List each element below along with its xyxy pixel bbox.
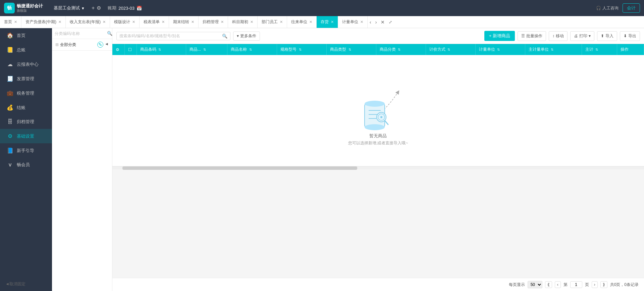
account-button[interactable]: 会计 [623, 3, 640, 13]
sidebar-item-settlement[interactable]: 💰 结账 [0, 100, 52, 115]
tab-contacts[interactable]: 往来单位 ✕ [287, 16, 317, 28]
page-input[interactable] [570, 281, 582, 288]
product-search-icon[interactable]: 🔍 [222, 34, 227, 39]
toolbar-right: + 新增商品 ☰ 批量操作 ↕ 移动 🖨 打印 ▾ [484, 31, 640, 41]
first-page-btn[interactable]: ⟪ [545, 281, 552, 288]
category-panel: 🔍 ⊞ 全部分类 ✎ ◄ [52, 28, 112, 291]
print-label: 打印 [579, 33, 587, 39]
import-icon: ⬆ [601, 34, 604, 38]
empty-state: 暂无商品 您可以选择新增,或者直接导入哦~ [112, 55, 644, 166]
tab-account-init[interactable]: 科目期初 ✕ [228, 16, 258, 28]
sidebar-item-home[interactable]: 🏠 首页 [0, 28, 52, 43]
category-search: 🔍 [52, 28, 112, 39]
sidebar-label-home: 首页 [17, 33, 25, 39]
tab-income-statement[interactable]: 收入支出表(年报) ✕ [66, 16, 110, 28]
sidebar-item-guide[interactable]: 📘 新手引导 [0, 143, 52, 158]
all-category-label: 全部分类 [60, 42, 76, 48]
tab-dept-staff[interactable]: 部门员工 ✕ [258, 16, 287, 28]
product-table: ⚙ ☐ 商品条码 ⇅ 商品... ⇅ 商品名称 ⇅ 规格型号 ⇅ 商品类型 ⇅ … [112, 44, 644, 166]
tab-close-home[interactable]: ✕ [14, 20, 17, 24]
company-selector[interactable]: 基层工会测试 ▾ [51, 4, 87, 12]
export-icon: ⬇ [624, 34, 627, 38]
edit-category-icon[interactable]: ✎ [97, 42, 103, 48]
tab-tax-list[interactable]: 税表清单 ✕ [140, 16, 169, 28]
add-product-button[interactable]: + 新增商品 [484, 31, 515, 41]
add-tab-icon[interactable]: + [92, 5, 95, 11]
logo-icon: 畅 [4, 3, 15, 13]
ledger-icon: 📒 [7, 47, 13, 53]
sidebar-item-archive[interactable]: 🗄 归档管理 [0, 115, 52, 129]
move-button[interactable]: ↕ 移动 [549, 31, 568, 41]
batch-label: 批量操作 [526, 33, 542, 39]
tab-close-all[interactable]: ✕ [379, 16, 387, 28]
export-label: 导出 [628, 33, 636, 39]
category-search-input[interactable] [55, 31, 105, 36]
grid-icon: ⊞ [55, 42, 59, 47]
guide-icon: 📘 [7, 147, 13, 154]
calendar-icon[interactable]: 📅 [137, 6, 142, 11]
prev-page-btn[interactable]: ‹ [555, 281, 561, 288]
print-icon: 🖨 [574, 34, 578, 38]
scroll-thumb[interactable] [122, 166, 357, 170]
export-button[interactable]: ⬇ 导出 [620, 31, 640, 41]
settings-icon[interactable]: ⚙ [97, 5, 101, 11]
import-button[interactable]: ⬆ 导入 [597, 31, 617, 41]
category-search-icon[interactable]: 🔍 [107, 31, 112, 36]
dropdown-icon: ▾ [82, 6, 84, 11]
category-list-header: ⊞ 全部分类 ✎ ◄ [52, 39, 112, 51]
col-checkbox[interactable]: ☐ [124, 44, 137, 55]
pagination: 每页显示 50 ⟪ ‹ 第 页 › ⟫ 共0页，0条记录 [112, 278, 644, 291]
more-filter-button[interactable]: ▾ 更多条件 [233, 32, 260, 41]
tab-nav-next[interactable]: › [373, 16, 379, 28]
unpin-label: ◄取消固定 [5, 281, 25, 287]
svg-line-11 [385, 120, 388, 125]
print-button[interactable]: 🖨 打印 ▾ [570, 31, 594, 41]
sidebar-item-basic-settings[interactable]: ⚙ 基础设置 [0, 129, 52, 143]
svg-point-5 [365, 124, 385, 130]
app-title: 畅捷通好会计 [17, 3, 43, 9]
batch-icon: ☰ [521, 34, 525, 38]
batch-operation-button[interactable]: ☰ 批量操作 [518, 31, 546, 41]
tab-nav-prev[interactable]: ‹ [368, 16, 373, 28]
col-code: 商品... ⇅ [186, 44, 227, 55]
member-icon: V [7, 162, 13, 167]
sidebar: 🏠 首页 📒 总账 ☁ 云报表中心 🧾 发票管理 💼 税务管理 💰 结账 🗄 归… [0, 28, 52, 291]
period-value: 2023-03 [118, 6, 135, 11]
help-button[interactable]: 🎧 人工咨询 [596, 5, 619, 11]
product-search-input[interactable] [119, 34, 221, 38]
tab-period-carry[interactable]: 期末结转 ✕ [169, 16, 199, 28]
last-page-btn[interactable]: ⟫ [600, 281, 607, 288]
col-name: 商品名称 ⇅ [227, 44, 277, 55]
main-layout: 🏠 首页 📒 总账 ☁ 云报表中心 🧾 发票管理 💼 税务管理 💰 结账 🗄 归… [0, 28, 644, 291]
table-header-row: ⚙ ☐ 商品条码 ⇅ 商品... ⇅ 商品名称 ⇅ 规格型号 ⇅ 商品类型 ⇅ … [112, 44, 644, 55]
tab-maximize[interactable]: ⤢ [387, 16, 394, 28]
logo-text: 畅捷通好会计 旗舰版 [17, 3, 43, 13]
tab-inventory[interactable]: 存货 ✕ [317, 16, 338, 28]
sidebar-item-cloud-report[interactable]: ☁ 云报表中心 [0, 57, 52, 71]
tab-template-design[interactable]: 模版设计 ✕ [110, 16, 140, 28]
next-page-btn[interactable]: › [592, 281, 598, 288]
sidebar-label-member: 畅会员 [17, 162, 30, 168]
filter-label: 更多条件 [240, 33, 256, 39]
sidebar-label-basic-settings: 基础设置 [17, 133, 34, 139]
col-settings[interactable]: ⚙ [112, 44, 124, 55]
account-period: 账期 2023-03 📅 [108, 5, 142, 11]
total-records-label: 共0页，0条记录 [610, 282, 639, 288]
col-barcode: 商品条码 ⇅ [137, 44, 186, 55]
sidebar-item-ledger[interactable]: 📒 总账 [0, 43, 52, 57]
empty-doc-icon [358, 97, 385, 126]
toolbar: 🔍 ▾ 更多条件 + 新增商品 ☰ 批量操作 ↕ [112, 28, 644, 44]
archive-icon: 🗄 [7, 119, 13, 125]
sidebar-item-tax[interactable]: 💼 税务管理 [0, 86, 52, 100]
tab-balance-sheet[interactable]: 资产负债表(中期) ✕ [21, 16, 66, 28]
collapse-category-icon[interactable]: ◄ [105, 42, 109, 48]
tab-archive-mgmt[interactable]: 归档管理 ✕ [199, 16, 228, 28]
sidebar-item-member[interactable]: V 畅会员 [0, 158, 52, 172]
horizontal-scrollbar[interactable] [112, 166, 644, 169]
home-icon: 🏠 [7, 32, 13, 39]
per-page-select[interactable]: 50 [528, 281, 542, 288]
sidebar-item-invoice[interactable]: 🧾 发票管理 [0, 71, 52, 86]
tab-home[interactable]: 首页 ✕ [0, 16, 21, 28]
unpin-button[interactable]: ◄取消固定 [0, 277, 52, 291]
tab-unit-measure[interactable]: 计量单位 ✕ [338, 16, 368, 28]
